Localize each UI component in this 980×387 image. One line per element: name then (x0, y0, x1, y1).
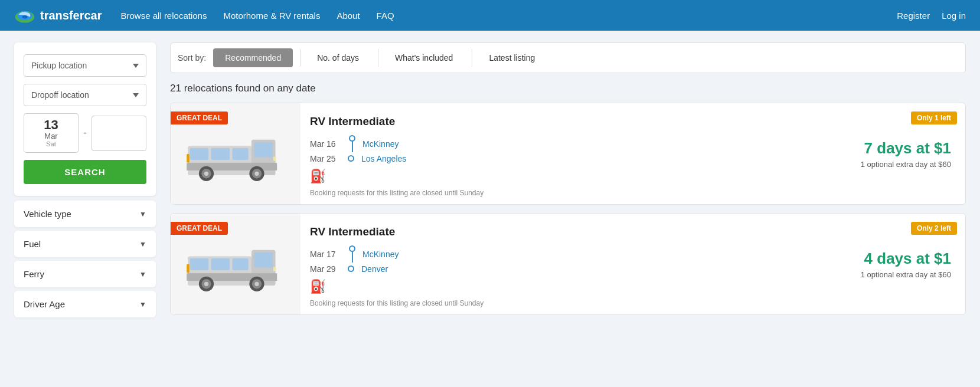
listing-details: RV Intermediate Mar 16 McKinney Mar 25 (300, 103, 835, 204)
start-day-num: 13 (30, 119, 72, 132)
svg-point-2 (22, 15, 28, 18)
sidebar: Pickup location Dropoff location 13 Mar … (14, 42, 156, 323)
sort-by-label: Sort by: (178, 53, 206, 63)
svg-rect-25 (211, 258, 230, 270)
ferry-chevron-icon: ▼ (139, 270, 146, 278)
svg-point-34 (254, 281, 259, 286)
great-deal-badge: GREAT DEAL (171, 111, 228, 124)
booking-note: Booking requests for this listing are cl… (310, 299, 826, 307)
svg-point-17 (254, 171, 259, 175)
search-button[interactable]: SEARCH (24, 160, 146, 184)
price-main: 7 days at $1 (864, 139, 951, 158)
listing-card[interactable]: GREAT DEAL Only 1 left (170, 103, 966, 205)
from-date: Mar 17 (310, 250, 342, 259)
login-link[interactable]: Log in (942, 11, 966, 21)
motorhome-rv-link[interactable]: Motorhome & RV rentals (223, 11, 320, 21)
to-city: Los Angeles (361, 154, 406, 163)
browse-all-relocations-link[interactable]: Browse all relocations (121, 11, 207, 21)
listing-details: RV Intermediate Mar 17 McKinney Mar 29 (300, 214, 835, 314)
from-city: McKinney (362, 250, 398, 259)
rv-image (182, 122, 289, 186)
fuel-icon: ⛽ (310, 169, 826, 184)
route-to: Mar 25 Los Angeles (310, 153, 826, 164)
start-weekday: Sat (30, 140, 72, 147)
filter-card: Pickup location Dropoff location 13 Mar … (14, 42, 156, 196)
rv-image-2 (182, 232, 289, 297)
about-link[interactable]: About (337, 11, 360, 21)
sort-divider-1 (300, 49, 300, 67)
svg-rect-24 (190, 258, 209, 270)
svg-rect-35 (187, 264, 190, 273)
to-city: Denver (361, 264, 388, 274)
listing-card[interactable]: GREAT DEAL Only 2 left (170, 213, 966, 315)
start-month: Mar (30, 132, 72, 140)
vehicle-type-filter[interactable]: Vehicle type ▼ (14, 201, 156, 227)
sort-days-button[interactable]: No. of days (305, 48, 371, 67)
to-date: Mar 25 (310, 154, 342, 163)
register-link[interactable]: Register (897, 11, 930, 21)
svg-rect-19 (273, 156, 276, 160)
price-main: 4 days at $1 (864, 250, 951, 268)
to-date: Mar 29 (310, 264, 342, 274)
sort-divider-3 (472, 49, 472, 67)
fuel-label: Fuel (24, 239, 41, 249)
svg-rect-36 (273, 267, 276, 271)
svg-rect-9 (233, 148, 249, 160)
fuel-icon: ⛽ (310, 279, 826, 294)
driver-age-chevron-icon: ▼ (139, 300, 146, 309)
fuel-chevron-icon: ▼ (139, 240, 146, 248)
only-left-badge: Only 1 left (911, 111, 957, 124)
listing-title: RV Intermediate (310, 225, 826, 238)
svg-rect-28 (187, 273, 277, 281)
logo[interactable]: transfercar (14, 7, 102, 24)
from-date: Mar 16 (310, 139, 342, 149)
booking-note: Booking requests for this listing are cl… (310, 189, 826, 197)
faq-link[interactable]: FAQ (377, 11, 394, 21)
sort-divider-2 (378, 49, 378, 67)
from-city: McKinney (362, 139, 398, 149)
main-layout: Pickup location Dropoff location 13 Mar … (0, 31, 980, 335)
nav-links: Browse all relocations Motorhome & RV re… (121, 11, 878, 21)
content: Sort by: Recommended No. of days What's … (170, 42, 966, 323)
svg-rect-18 (187, 154, 190, 162)
svg-rect-8 (211, 148, 230, 160)
route-to: Mar 29 Denver (310, 264, 826, 274)
date-dash: - (83, 127, 87, 139)
nav-right: Register Log in (897, 11, 966, 21)
start-date-box[interactable]: 13 Mar Sat (24, 113, 79, 153)
listing-title: RV Intermediate (310, 115, 826, 128)
svg-rect-11 (187, 163, 277, 170)
svg-rect-26 (233, 258, 249, 270)
ferry-filter[interactable]: Ferry ▼ (14, 261, 156, 287)
price-extra: 1 optional extra day at $60 (861, 160, 951, 169)
vehicle-type-label: Vehicle type (24, 209, 71, 219)
svg-rect-6 (254, 142, 273, 157)
driver-age-label: Driver Age (24, 299, 65, 309)
end-date-box[interactable] (92, 116, 146, 151)
sort-included-button[interactable]: What's included (383, 48, 465, 67)
results-count: 21 relocations found on any date (170, 83, 966, 94)
navbar: transfercar Browse all relocations Motor… (0, 0, 980, 31)
route-from: Mar 16 McKinney (310, 135, 826, 152)
only-left-badge: Only 2 left (911, 222, 957, 235)
sort-bar: Sort by: Recommended No. of days What's … (170, 42, 966, 73)
sort-recommended-button[interactable]: Recommended (213, 48, 293, 67)
vehicle-type-chevron-icon: ▼ (139, 210, 146, 218)
pickup-location-select[interactable]: Pickup location (24, 54, 146, 77)
date-row: 13 Mar Sat - (24, 113, 146, 153)
fuel-filter[interactable]: Fuel ▼ (14, 231, 156, 257)
ferry-label: Ferry (24, 269, 44, 279)
svg-point-14 (204, 171, 208, 175)
price-extra: 1 optional extra day at $60 (861, 270, 951, 279)
route-from: Mar 17 McKinney (310, 245, 826, 263)
svg-point-31 (204, 281, 208, 286)
dropoff-location-select[interactable]: Dropoff location (24, 84, 146, 106)
logo-text: transfercar (40, 9, 102, 22)
sort-latest-button[interactable]: Latest listing (477, 48, 547, 67)
svg-rect-7 (190, 148, 209, 160)
driver-age-filter[interactable]: Driver Age ▼ (14, 291, 156, 317)
great-deal-badge: GREAT DEAL (171, 222, 228, 235)
svg-rect-23 (254, 252, 273, 267)
